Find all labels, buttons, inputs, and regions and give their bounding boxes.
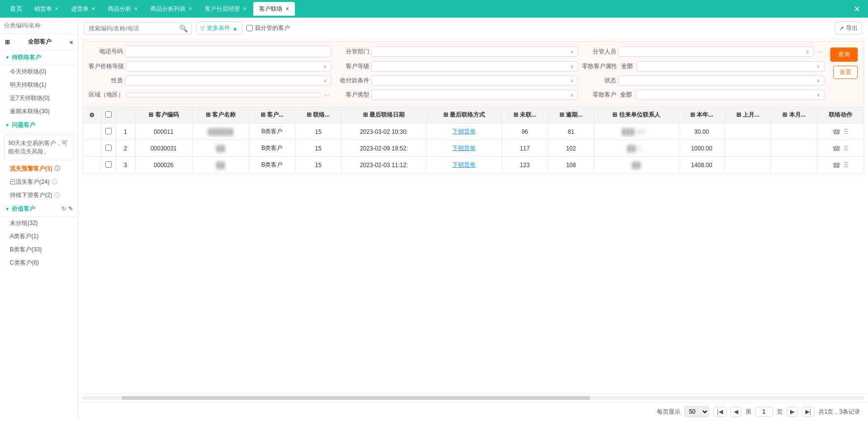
retail-value: 全部 <box>620 91 632 99</box>
close-purchase-tab[interactable]: × <box>92 5 95 12</box>
row-action-2[interactable]: ☎ ⠿ <box>817 157 864 173</box>
collapse-icon[interactable]: « <box>70 39 73 46</box>
sidebar-all-customers[interactable]: ⊞ 全部客户 « <box>0 34 78 50</box>
refresh-icon[interactable]: ↻ <box>61 205 66 212</box>
region-select[interactable] <box>126 93 320 98</box>
col-this-month[interactable]: ⊞ 本月... <box>771 107 817 124</box>
close-all-tabs[interactable]: ✕ <box>850 4 864 14</box>
sidebar-item-class-c[interactable]: C类客户(6) <box>0 256 78 270</box>
row-last-method-2[interactable]: 下销货单 <box>427 157 502 173</box>
sidebar-item-churn-warning[interactable]: 流失预警客户(3) ⓘ <box>0 162 78 175</box>
col-level[interactable]: ⊞ 客户... <box>249 107 295 124</box>
col-last-method[interactable]: ⊞ 最后联络方式 <box>427 107 502 124</box>
next-page-btn[interactable]: ▶ <box>787 407 798 417</box>
row-action-1[interactable]: ☎ ⠿ <box>817 140 864 157</box>
action-call-icon-1[interactable]: ☎ <box>832 145 841 152</box>
sidebar-item-today[interactable]: 今天待联络(0) <box>0 65 78 78</box>
sidebar-item-ungrouped[interactable]: 未分组(32) <box>0 217 78 230</box>
first-page-btn[interactable]: |◀ <box>713 407 726 417</box>
scrollbar-thumb[interactable] <box>121 396 591 400</box>
row-action-0[interactable]: ☎ ⠿ <box>817 124 864 140</box>
sidebar-item-tomorrow[interactable]: 明天待联络(1) <box>0 78 78 92</box>
cust-type-select[interactable]: ∨ <box>371 90 578 100</box>
row-checkbox-0[interactable] <box>105 128 112 134</box>
region-dots[interactable]: ··· <box>322 92 331 99</box>
sidebar-item-overdue[interactable]: 逾期未联络(30) <box>0 105 78 118</box>
sidebar-item-declining[interactable]: 持续下滑客户(2) ⓘ <box>0 189 78 202</box>
close-analysis-tab[interactable]: × <box>134 5 138 12</box>
edit-icon[interactable]: ✎ <box>68 205 73 212</box>
tab-customer-contact[interactable]: 客户联络 × <box>253 2 295 16</box>
close-sales-tab[interactable]: × <box>55 5 58 12</box>
last-page-btn[interactable]: ▶| <box>802 407 815 417</box>
query-button[interactable]: 查询 <box>830 48 858 62</box>
search-execute-icon[interactable]: 🔍 <box>179 25 188 32</box>
tab-sales[interactable]: 销货单 × <box>28 2 64 16</box>
tab-customer-layer[interactable]: 客户分层经营 × <box>199 2 252 16</box>
horizontal-scrollbar[interactable] <box>78 394 868 402</box>
action-more-icon-0[interactable]: ⠿ <box>844 128 848 136</box>
last-method-link-1[interactable]: 下销货单 <box>452 145 476 151</box>
prev-page-btn[interactable]: ◀ <box>730 407 742 417</box>
settings-button[interactable]: 设置 <box>833 66 858 79</box>
sidebar-section-problem[interactable]: ▼ 问题客户 <box>0 118 78 133</box>
col-code[interactable]: ⊞ 客户编码 <box>135 107 192 124</box>
col-overdue[interactable]: ⊞ 逾期... <box>548 107 594 124</box>
person-select[interactable]: ∨ <box>618 47 814 57</box>
tab-purchase[interactable]: 进货单 × <box>65 2 101 16</box>
tab-analysis[interactable]: 商品分析 × <box>102 2 144 16</box>
export-btn[interactable]: ↗ 导出 <box>835 22 862 35</box>
nature-select[interactable]: ∨ <box>125 75 331 86</box>
sidebar-item-7days[interactable]: 近7天待联络(0) <box>0 92 78 105</box>
row-check-0[interactable] <box>101 124 116 140</box>
col-last-month[interactable]: ⊞ 上月... <box>725 107 771 124</box>
last-method-link-2[interactable]: 下销货单 <box>452 161 476 168</box>
select-all-checkbox[interactable] <box>105 111 112 118</box>
phone-input[interactable] <box>125 46 331 57</box>
cust-level-select[interactable]: ∨ <box>371 61 578 72</box>
status-select[interactable]: ∨ <box>618 75 824 86</box>
close-customer-contact-tab[interactable]: × <box>286 5 289 12</box>
sidebar-section-pending[interactable]: ▼ 待联络客户 <box>0 50 78 65</box>
retail-select[interactable]: ∨ <box>636 90 824 100</box>
sidebar-search-input[interactable] <box>4 22 77 29</box>
row-last-method-1[interactable]: 下销货单 <box>427 140 502 157</box>
action-call-icon-2[interactable]: ☎ <box>832 161 841 169</box>
sidebar-item-churned[interactable]: 已流失客户(24) ⓘ <box>0 175 78 189</box>
row-last-method-0[interactable]: 下销货单 <box>427 124 502 140</box>
col-gear[interactable]: ⚙ <box>83 107 101 124</box>
close-analysis-list-tab[interactable]: × <box>189 5 192 12</box>
page-input[interactable] <box>755 407 773 417</box>
col-uncontacted[interactable]: ⊞ 未联... <box>502 107 548 124</box>
row-check-2[interactable] <box>101 157 116 173</box>
row-checkbox-1[interactable] <box>105 145 112 151</box>
sidebar-section-value[interactable]: ▼ 价值客户 ↻ ✎ <box>0 202 78 217</box>
sidebar-item-class-a[interactable]: A类客户(1) <box>0 230 78 243</box>
my-customers-checkbox[interactable] <box>246 25 253 31</box>
close-customer-layer-tab[interactable]: × <box>243 5 246 12</box>
gear-icon-table[interactable]: ⚙ <box>89 112 95 119</box>
col-contact[interactable]: ⊞ 联络... <box>295 107 341 124</box>
col-unit-contact[interactable]: ⊞ 往来单位联系人 <box>594 107 678 124</box>
action-more-icon-2[interactable]: ⠿ <box>844 161 848 169</box>
price-level-select[interactable]: ∨ <box>126 61 331 72</box>
sidebar-item-class-b[interactable]: B类客户(33) <box>0 243 78 256</box>
retail-attr-select[interactable]: ∨ <box>637 61 824 72</box>
more-conditions-btn[interactable]: ▽ 更多条件 ▲ <box>196 22 242 35</box>
row-checkbox-2[interactable] <box>105 161 112 168</box>
search-input[interactable] <box>89 25 179 32</box>
payment-select[interactable]: ∨ <box>371 75 578 86</box>
row-check-1[interactable] <box>101 140 116 157</box>
tab-analysis-list[interactable]: 商品分析列表 × <box>145 2 198 16</box>
action-call-icon-0[interactable]: ☎ <box>832 128 841 136</box>
col-name[interactable]: ⊞ 客户名称 <box>192 107 249 124</box>
dept-select[interactable]: ∨ <box>371 47 578 57</box>
tab-home[interactable]: 首页 <box>4 4 28 13</box>
action-more-icon-1[interactable]: ⠿ <box>844 145 848 152</box>
person-dots[interactable]: ··· <box>816 48 824 55</box>
last-method-link-0[interactable]: 下销货单 <box>452 128 476 135</box>
per-page-select[interactable]: 50 100 200 <box>684 406 709 417</box>
col-this-year[interactable]: ⊞ 本年... <box>678 107 724 124</box>
col-last-date[interactable]: ⊞ 最后联络日期 <box>341 107 427 124</box>
col-check[interactable] <box>101 107 116 124</box>
